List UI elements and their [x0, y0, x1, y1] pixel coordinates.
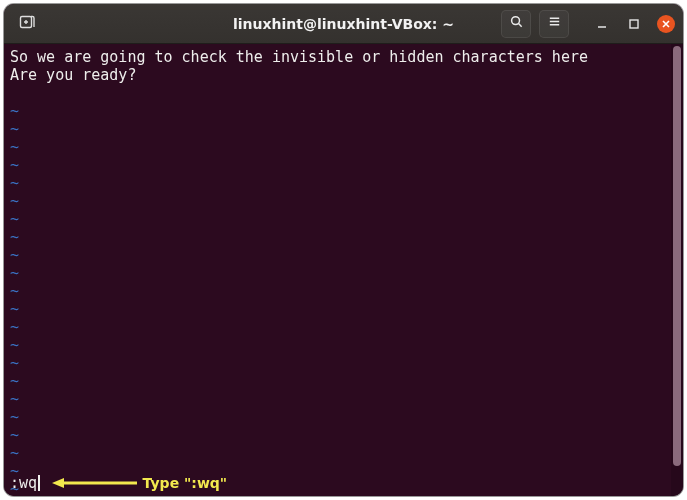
file-text: So we are going to check the invisible o…: [10, 48, 588, 84]
maximize-button[interactable]: [625, 15, 643, 33]
close-icon: [661, 19, 671, 29]
command-text: :wq: [10, 474, 37, 492]
minimize-icon: [596, 18, 608, 30]
empty-line-tildes: ~ ~ ~ ~ ~ ~ ~ ~ ~ ~ ~ ~ ~ ~ ~ ~ ~ ~ ~ ~ …: [10, 102, 19, 496]
arrow-left-icon: [52, 477, 137, 489]
scrollbar-thumb[interactable]: [673, 46, 681, 466]
terminal-window: linuxhint@linuxhint-VBox: ~: [4, 4, 683, 496]
annotation-callout: Type ":wq": [52, 474, 228, 492]
text-cursor: [38, 475, 40, 491]
window-title: linuxhint@linuxhint-VBox: ~: [4, 16, 683, 32]
close-button[interactable]: [657, 15, 675, 33]
svg-rect-2: [630, 20, 638, 28]
vim-command-line[interactable]: :wq Type ":wq": [10, 474, 677, 492]
maximize-icon: [628, 18, 640, 30]
hamburger-icon: [547, 14, 562, 33]
menu-button[interactable]: [539, 10, 569, 38]
svg-marker-4: [52, 478, 64, 488]
new-tab-icon: [18, 13, 36, 35]
annotation-label: Type ":wq": [143, 474, 228, 492]
minimize-button[interactable]: [593, 15, 611, 33]
new-tab-button[interactable]: [12, 10, 42, 38]
search-button[interactable]: [501, 10, 531, 38]
titlebar: linuxhint@linuxhint-VBox: ~: [4, 4, 683, 44]
window-controls: [593, 15, 675, 33]
vertical-scrollbar[interactable]: [671, 44, 683, 496]
editor-content: So we are going to check the invisible o…: [10, 48, 679, 496]
search-icon: [509, 14, 524, 33]
terminal-viewport[interactable]: So we are going to check the invisible o…: [4, 44, 683, 496]
svg-point-1: [511, 17, 519, 25]
